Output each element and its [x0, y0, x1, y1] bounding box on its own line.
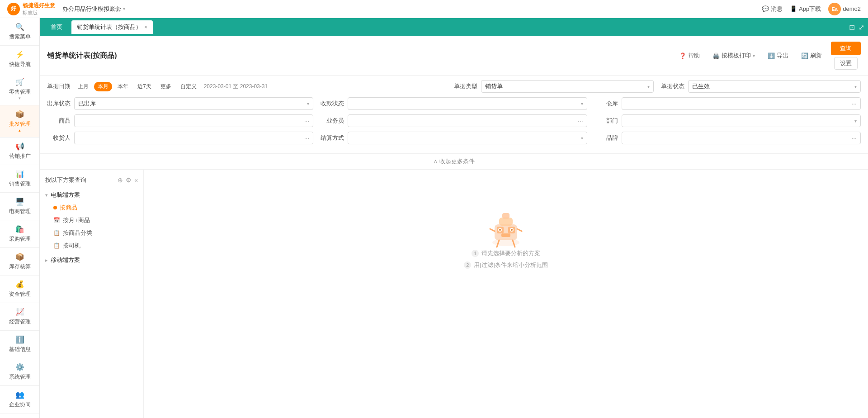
- filter-warehouse: 仓库 ···: [594, 97, 861, 110]
- print-button[interactable]: 🖨️ 按模板打印 ▾: [709, 50, 759, 62]
- mobile-icon: 📱: [790, 5, 797, 12]
- scheme-group-pc-header[interactable]: ▾ 电脑端方案: [40, 189, 143, 201]
- filter-product: 商品 ···: [47, 114, 313, 127]
- product-dots-icon[interactable]: ···: [304, 117, 310, 124]
- this-month-btn[interactable]: 本月: [94, 82, 112, 91]
- scheme-group-mobile-header[interactable]: ▸ 移动端方案: [40, 254, 143, 266]
- tab-sales-stats[interactable]: 销货单统计表（按商品） ×: [71, 20, 153, 34]
- sidebar-item-sales[interactable]: 📊 销售管理: [0, 165, 39, 193]
- sidebar-item-ecommerce[interactable]: 🖥️ 电商管理: [0, 193, 39, 220]
- list-icon: 📋: [53, 230, 60, 236]
- retail-icon: 🛒: [15, 78, 24, 86]
- export-icon: ⬇️: [768, 52, 775, 59]
- sidebar-item-quicknav[interactable]: ⚡ 快捷导航: [0, 46, 39, 73]
- filter-row-3: 商品 ··· 业务员 ···: [47, 114, 861, 127]
- scheme-item-by-month-product[interactable]: 📅 按月+商品: [40, 214, 143, 227]
- receiver-dots-icon[interactable]: ···: [304, 134, 310, 142]
- filter-staff: 业务员 ···: [321, 114, 587, 127]
- settle-chevron-icon: ▾: [581, 136, 583, 141]
- page-title: 销货单统计表(按商品): [47, 51, 117, 61]
- scheme-item-by-category[interactable]: 📋 按商品分类: [40, 227, 143, 239]
- receiver-input[interactable]: ···: [74, 132, 313, 144]
- workspace-selector[interactable]: 办公用品行业模拟账套 ▾: [59, 3, 129, 15]
- warehouse-dots-icon[interactable]: ···: [851, 100, 857, 107]
- scheme-collapse-button[interactable]: «: [134, 176, 138, 184]
- export-button[interactable]: ⬇️ 导出: [764, 50, 792, 62]
- filter-brand: 品牌 ···: [594, 132, 861, 144]
- doctype-select[interactable]: 销货单 ▾: [481, 80, 654, 93]
- scheme-item-by-driver[interactable]: 📋 按司机: [40, 239, 143, 252]
- sidebar-item-finance[interactable]: 💰 资金管理: [0, 276, 39, 303]
- tab-close-button[interactable]: ×: [144, 24, 147, 30]
- sidebar-item-system[interactable]: ⚙️ 系统管理: [0, 358, 39, 386]
- dept-chevron-icon: ▾: [854, 119, 857, 124]
- empty-hint-1: 1 请先选择要分析的方案: [472, 249, 540, 257]
- tab-minimize-button[interactable]: ⊡: [849, 23, 855, 32]
- tab-home[interactable]: 首页: [43, 20, 70, 34]
- main-container: 🔍 搜索菜单 ⚡ 快捷导航 🛒 零售管理 ▾ 📦 批发管理 ▴ 📢 营销推广 📊…: [0, 18, 868, 418]
- expand-icon2: ▴: [19, 128, 21, 133]
- sidebar-item-operation[interactable]: 📈 经营管理: [0, 303, 39, 331]
- chevron-down-icon2: ▾: [45, 192, 48, 198]
- refresh-button[interactable]: 🔄 刷新: [797, 50, 826, 62]
- page-header: 销货单统计表(按商品) ❓ 帮助 🖨️ 按模板打印 ▾: [40, 36, 868, 76]
- date-range-display: 2023-03-01 至 2023-03-31: [204, 83, 268, 90]
- page-content: 销货单统计表(按商品) ❓ 帮助 🖨️ 按模板打印 ▾: [40, 36, 868, 418]
- date-quick-buttons: 上月 本月 本年 近7天 更多 自定义 2023-03-01 至 2023-03…: [74, 82, 268, 91]
- finance-icon: 💰: [15, 280, 24, 289]
- sidebar-item-purchase[interactable]: 🛍️ 采购管理: [0, 220, 39, 248]
- scheme-item-by-product[interactable]: 按商品: [40, 201, 143, 214]
- custom-date-btn[interactable]: 自定义: [177, 82, 200, 91]
- scheme-settings-button[interactable]: ⚙: [126, 176, 132, 184]
- svg-rect-10: [502, 213, 509, 218]
- warehouse-input[interactable]: ···: [622, 97, 861, 110]
- app-download-button[interactable]: 📱 App下载: [790, 5, 821, 13]
- inventory-icon: 📦: [15, 252, 24, 261]
- message-button[interactable]: 💬 消息: [762, 5, 783, 13]
- top-navigation: 好 畅捷通好生意 标准版 办公用品行业模拟账套 ▾ 💬 消息 📱 App下载 E…: [0, 0, 868, 18]
- dept-select[interactable]: ▾: [622, 114, 861, 127]
- staff-dots-icon[interactable]: ···: [578, 117, 583, 124]
- collectstatus-select[interactable]: ▾: [348, 97, 587, 110]
- help-button[interactable]: ❓ 帮助: [675, 50, 703, 62]
- brand-input[interactable]: ···: [622, 132, 861, 144]
- brand-label: 品牌: [594, 134, 618, 142]
- svg-line-11: [490, 229, 495, 231]
- sidebar-item-basic[interactable]: ℹ️ 基础信息: [0, 331, 39, 358]
- logo-char: 好: [11, 5, 16, 13]
- outstatus-select[interactable]: 已出库 ▾: [74, 97, 313, 110]
- sidebar-item-retail[interactable]: 🛒 零售管理 ▾: [0, 73, 39, 105]
- sidebar-item-collab[interactable]: 👥 企业协同: [0, 386, 39, 413]
- product-input[interactable]: ···: [74, 114, 313, 127]
- sidebar-item-search[interactable]: 🔍 搜索菜单: [0, 18, 39, 46]
- user-avatar[interactable]: Ea demo2: [828, 3, 861, 15]
- top-nav-left: 好 畅捷通好生意 标准版 办公用品行业模拟账套 ▾: [7, 2, 129, 16]
- receiver-label: 收货人: [47, 134, 71, 142]
- settle-select[interactable]: ▾: [348, 132, 587, 144]
- search-icon: 🔍: [15, 23, 24, 31]
- settings-button[interactable]: 设置: [834, 57, 858, 70]
- docstatus-select[interactable]: 已生效 ▾: [688, 80, 861, 93]
- top-nav-right: 💬 消息 📱 App下载 Ea demo2: [762, 3, 861, 15]
- staff-input[interactable]: ···: [348, 114, 587, 127]
- last-month-btn[interactable]: 上月: [74, 82, 92, 91]
- sidebar-item-marketing[interactable]: 📢 营销推广: [0, 138, 39, 165]
- brand-dots-icon[interactable]: ···: [851, 134, 857, 142]
- last-7days-btn[interactable]: 近7天: [134, 82, 155, 91]
- sidebar-item-inventory[interactable]: 📦 库存核算: [0, 248, 39, 276]
- more-dates-btn[interactable]: 更多: [157, 82, 175, 91]
- warehouse-label: 仓库: [594, 100, 618, 108]
- filter-outstatus: 出库状态 已出库 ▾: [47, 97, 313, 110]
- scheme-add-button[interactable]: ⊕: [118, 176, 123, 184]
- this-year-btn[interactable]: 本年: [114, 82, 132, 91]
- tab-expand-button[interactable]: ⤢: [859, 23, 864, 32]
- sidebar-item-wholesale[interactable]: 📦 批发管理 ▴: [0, 105, 39, 138]
- collapse-bar[interactable]: ∧ 收起更多条件: [40, 153, 868, 169]
- svg-rect-9: [499, 218, 513, 226]
- wholesale-icon: 📦: [15, 110, 24, 119]
- query-button[interactable]: 查询: [831, 42, 861, 55]
- filter-row-2: 出库状态 已出库 ▾ 收款状态 ▾: [47, 97, 861, 110]
- logo-text: 畅捷通好生意 标准版: [23, 2, 55, 16]
- sidebar-item-guide[interactable]: 🎯 新手引导: [0, 413, 39, 418]
- empty-illustration: [483, 204, 528, 249]
